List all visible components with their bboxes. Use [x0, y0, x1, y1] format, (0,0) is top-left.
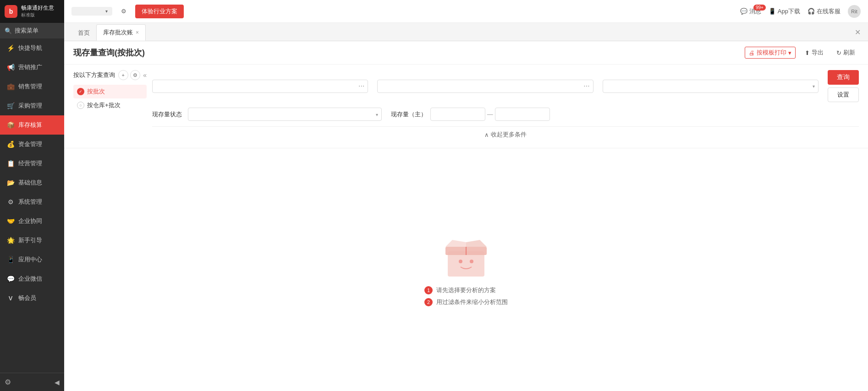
app-download-btn[interactable]: 📱 App下载: [769, 7, 800, 16]
topbar: ▾ ⚙ 体验行业方案 💬 消息 99+ 📱 App下载 🎧 在线客服: [64, 0, 868, 23]
empty-tip-2: 2 用过滤条件来缩小分析范围: [424, 298, 508, 306]
phone-icon: 📱: [769, 8, 776, 15]
sidebar-item-business[interactable]: 📋 经营管理: [0, 154, 64, 173]
product-more-btn[interactable]: ···: [583, 82, 589, 90]
page-content: 现存量查询(按批次) 🖨 按模板打印 ▾ ⬆ 导出 ↻ 刷新: [64, 41, 868, 391]
system-icon: ⚙: [6, 198, 15, 206]
sidebar-item-finance[interactable]: 💰 资金管理: [0, 135, 64, 154]
app-center-icon: 📱: [6, 255, 15, 264]
sidebar-item-marketing[interactable]: 📢 营销推广: [0, 58, 64, 77]
trial-button[interactable]: 体验行业方案: [135, 5, 184, 18]
warehouse-more-btn[interactable]: ···: [358, 82, 364, 90]
query-button[interactable]: 查询: [828, 70, 859, 85]
member-icon: V: [6, 294, 15, 302]
footer-settings-btn[interactable]: ⚙: [5, 378, 11, 386]
main-area: ▾ ⚙ 体验行业方案 💬 消息 99+ 📱 App下载 🎧 在线客服: [64, 0, 868, 391]
sidebar-item-enterprise[interactable]: 🤝 企业协同: [0, 212, 64, 231]
svg-point-3: [459, 260, 462, 263]
export-icon: ⬆: [805, 49, 810, 56]
print-btn[interactable]: 🖨 按模板打印 ▾: [745, 47, 796, 59]
topbar-left: ▾ ⚙ 体验行业方案: [71, 5, 736, 18]
empty-state: 1 请先选择要分析的方案 2 用过滤条件来缩小分析范围: [64, 148, 868, 391]
settings-button[interactable]: 设置: [828, 87, 859, 102]
filter-row-2: 现存量状态 ▾ 现存量（主） —: [152, 108, 859, 121]
filter-plan-batch[interactable]: ✓ 按批次: [73, 85, 147, 98]
app-logo: b: [5, 5, 17, 18]
svg-rect-0: [448, 251, 484, 277]
svg-point-4: [470, 260, 473, 263]
sidebar-item-sales[interactable]: 💼 销售管理: [0, 77, 64, 96]
qty-max-input[interactable]: [495, 108, 550, 121]
company-selector[interactable]: ▾: [71, 7, 112, 16]
status-select[interactable]: [603, 80, 819, 93]
collapse-more-btn[interactable]: ∧ 收起更多条件: [152, 126, 859, 142]
filter-actions: 查询 设置: [828, 70, 859, 102]
online-service-btn[interactable]: 🎧 在线客服: [808, 7, 841, 16]
empty-tips: 1 请先选择要分析的方案 2 用过滤条件来缩小分析范围: [424, 286, 508, 306]
empty-tip-1: 1 请先选择要分析的方案: [424, 286, 508, 294]
filter-sidebar-header: 按以下方案查询 + ⚙ «: [73, 70, 147, 80]
search-icon: 🔍: [5, 27, 12, 34]
quick-nav-icon: ⚡: [6, 44, 15, 52]
filter-add-btn[interactable]: +: [118, 70, 128, 80]
messages-btn[interactable]: 💬 消息 99+: [740, 7, 761, 16]
company-chevron-icon: ▾: [105, 9, 108, 14]
tab-panel-close-btn[interactable]: ✕: [855, 27, 861, 36]
filter-status: ▾: [603, 80, 819, 93]
tip-1-number: 1: [424, 286, 433, 294]
sidebar-item-purchase[interactable]: 🛒 采购管理: [0, 96, 64, 115]
add-icon: +: [121, 72, 124, 78]
settings-icon: ⚙: [121, 8, 126, 15]
page-title: 现存量查询(按批次): [73, 47, 145, 58]
app-name: 畅康通好生意: [21, 5, 54, 12]
filter-row-1: ··· ··· ▾: [152, 70, 859, 102]
filter-plan-warehouse-batch[interactable]: ○ 按仓库+批次: [73, 98, 147, 112]
sidebar-header: b 畅康通好生意 标准版: [0, 0, 64, 23]
tab-home[interactable]: 首页: [71, 25, 96, 41]
sidebar-footer: ⚙ ◀: [0, 373, 64, 391]
inventory-status-select[interactable]: [188, 108, 382, 121]
user-avatar: Rit: [848, 5, 861, 18]
filter-product: ···: [377, 80, 593, 93]
sidebar-nav: ⚡ 快捷导航 📢 营销推广 💼 销售管理 🛒 采购管理 📦 库存核算 💰 资金管…: [0, 38, 64, 373]
sidebar-item-app-center[interactable]: 📱 应用中心: [0, 250, 64, 269]
export-btn[interactable]: ⬆ 导出: [801, 47, 827, 59]
gear-icon: ⚙: [133, 72, 137, 78]
sidebar-item-quick-nav[interactable]: ⚡ 快捷导航: [0, 38, 64, 58]
topbar-settings-btn[interactable]: ⚙: [117, 5, 131, 18]
empty-illustration: [439, 233, 494, 279]
enterprise-icon: 🤝: [6, 217, 15, 225]
search-menu[interactable]: 🔍 搜索菜单: [0, 23, 64, 38]
sidebar-item-basic[interactable]: 📂 基础信息: [0, 173, 64, 192]
tab-inventory-batch[interactable]: 库存批次账 ×: [96, 24, 146, 41]
sidebar-item-inventory[interactable]: 📦 库存核算: [0, 115, 64, 135]
print-icon: 🖨: [749, 49, 755, 56]
sidebar: b 畅康通好生意 标准版 🔍 搜索菜单 ⚡ 快捷导航 📢 营销推广 💼 销售管理…: [0, 0, 64, 391]
sidebar-item-system[interactable]: ⚙ 系统管理: [0, 192, 64, 212]
sales-icon: 💼: [6, 82, 15, 91]
filter-form-wrapper: ··· ··· ▾: [152, 70, 859, 142]
qty-min-input[interactable]: [430, 108, 485, 121]
basic-icon: 📂: [6, 179, 15, 187]
user-profile-btn[interactable]: Rit: [848, 5, 861, 18]
tab-close-btn[interactable]: ×: [136, 29, 139, 36]
footer-collapse-btn[interactable]: ◀: [55, 379, 60, 386]
message-icon: 💬: [740, 8, 747, 15]
filter-collapse-sidebar-btn[interactable]: «: [143, 71, 147, 79]
page-header: 现存量查询(按批次) 🖨 按模板打印 ▾ ⬆ 导出 ↻ 刷新: [64, 41, 868, 65]
filter-form: ··· ··· ▾: [152, 70, 859, 121]
filter-inventory-qty: 现存量（主） —: [391, 108, 621, 121]
wechat-icon: 💬: [6, 275, 15, 283]
filter-settings-btn[interactable]: ⚙: [130, 70, 140, 80]
warehouse-input[interactable]: [152, 80, 368, 93]
purchase-icon: 🛒: [6, 102, 15, 110]
plan-active-dot: ✓: [77, 88, 84, 95]
filter-sidebar-actions: + ⚙: [118, 70, 140, 80]
business-icon: 📋: [6, 159, 15, 168]
refresh-btn[interactable]: ↻ 刷新: [833, 47, 859, 59]
marketing-icon: 📢: [6, 63, 15, 71]
sidebar-item-member[interactable]: V 畅会员: [0, 288, 64, 308]
sidebar-item-wechat[interactable]: 💬 企业微信: [0, 269, 64, 288]
sidebar-item-newbie[interactable]: 🌟 新手引导: [0, 231, 64, 250]
product-input[interactable]: [377, 80, 593, 93]
